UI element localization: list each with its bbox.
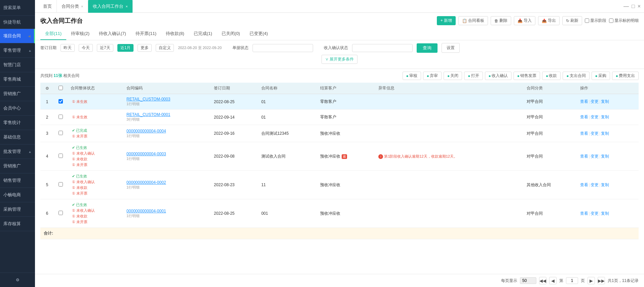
op-btn-查看[interactable]: 查看: [580, 115, 588, 119]
tab-income-contract[interactable]: 收入合同工作台 ×: [88, 0, 132, 13]
sub-tab-all[interactable]: 全部(11): [40, 28, 66, 40]
sidebar-settings[interactable]: ⚙: [0, 273, 35, 287]
op-btn-变更[interactable]: 变更: [591, 131, 599, 136]
op-btn-查看[interactable]: 查看: [580, 131, 588, 136]
cell-checkbox[interactable]: [54, 110, 67, 125]
op-btn-复制[interactable]: 复制: [601, 131, 609, 136]
sub-tab-changed[interactable]: 已变更(4): [245, 28, 273, 40]
maximize-icon[interactable]: □: [632, 3, 635, 9]
import-button[interactable]: 📥 导入: [514, 16, 535, 25]
contract-code-link[interactable]: RETAIL_CUSTOM-0003: [126, 97, 170, 101]
sidebar-item-project-contract[interactable]: 项目合同 ◀: [0, 29, 35, 43]
op-btn-复制[interactable]: 复制: [601, 99, 609, 104]
minimize-icon[interactable]: —: [623, 3, 629, 9]
delete-button[interactable]: 🗑 删除: [491, 16, 511, 25]
export-button[interactable]: 📤 导出: [538, 16, 560, 25]
page-number-input[interactable]: [566, 277, 578, 284]
sub-tab-pending-income-confirm[interactable]: 待收入确认(7): [94, 28, 131, 40]
th-checkbox[interactable]: [54, 83, 67, 94]
income-confirm-btn[interactable]: ● 收入确认: [485, 72, 512, 80]
setting-button[interactable]: 设置: [442, 43, 460, 53]
window-close-icon[interactable]: ×: [638, 3, 641, 9]
cell-checkbox[interactable]: [54, 94, 67, 110]
op-btn-复制[interactable]: 复制: [601, 154, 609, 159]
cell-checkbox[interactable]: [54, 125, 67, 142]
op-btn-复制[interactable]: 复制: [601, 182, 609, 187]
cell-checkbox[interactable]: [54, 171, 67, 199]
op-btn-变更[interactable]: 变更: [591, 154, 599, 159]
date-btn-yesterday[interactable]: 昨天: [61, 44, 75, 52]
sub-tab-pending-review[interactable]: 待审核(2): [66, 28, 94, 40]
contract-code-link[interactable]: 0000000000004-0003: [126, 152, 166, 156]
date-btn-last7[interactable]: 近7天: [97, 44, 113, 52]
query-button[interactable]: 查询: [417, 43, 438, 53]
review-btn[interactable]: ● 审核: [403, 72, 421, 80]
contract-code-link[interactable]: RETAIL_CUSTOM-0001: [126, 112, 170, 117]
tab-home[interactable]: 首页: [38, 0, 57, 13]
purchase-btn[interactable]: ● 采购: [592, 72, 610, 80]
date-btn-more[interactable]: 更多: [138, 44, 152, 52]
contract-code-link[interactable]: 0000000000004-0001: [126, 209, 166, 213]
per-page-select[interactable]: 50 100 200: [520, 277, 536, 284]
op-btn-查看[interactable]: 查看: [580, 182, 588, 187]
sub-tab-pending-collection[interactable]: 待收款(8): [161, 28, 189, 40]
op-btn-变更[interactable]: 变更: [591, 99, 599, 104]
op-btn-复制[interactable]: 复制: [601, 115, 609, 119]
expand-more-button[interactable]: ∨ 展开更多条件: [321, 55, 357, 64]
sidebar-item-sales-mgmt[interactable]: 销售管理: [0, 173, 35, 188]
first-page-button[interactable]: ◀◀: [539, 277, 546, 284]
op-btn-变更[interactable]: 变更: [591, 115, 599, 119]
collection-btn[interactable]: ● 收款: [542, 72, 561, 80]
select-all-checkbox[interactable]: [59, 86, 63, 90]
sidebar-item-marketing[interactable]: 营销推广: [0, 87, 35, 101]
show-fields-checkbox[interactable]: 显示阶段: [585, 18, 606, 24]
sidebar-item-retail-mgmt[interactable]: 零售管理 ▲: [0, 43, 35, 58]
sidebar-item-xiaochangec[interactable]: 小畅电商: [0, 188, 35, 202]
cell-checkbox[interactable]: [54, 142, 67, 171]
sidebar-quick-nav[interactable]: 快捷导航: [0, 16, 35, 29]
sidebar-item-wholesale-mgmt[interactable]: 批发管理 ▲: [0, 145, 35, 159]
date-btn-custom[interactable]: 自定义: [156, 44, 174, 52]
kanban-button[interactable]: 📋 合同看板: [458, 16, 488, 25]
sidebar-item-inventory[interactable]: 库存核算: [0, 217, 35, 231]
sidebar-item-basic-info[interactable]: 基础信息: [0, 130, 35, 145]
op-btn-查看[interactable]: 查看: [580, 211, 588, 216]
contract-code-link[interactable]: 0000000000004-0002: [126, 180, 166, 185]
sidebar-item-retail-mall[interactable]: 零售商城: [0, 72, 35, 87]
sub-tab-pending-invoice[interactable]: 待开票(11): [131, 28, 161, 40]
add-button[interactable]: + 新增: [437, 16, 456, 25]
date-btn-today[interactable]: 今天: [79, 44, 93, 52]
sales-invoice-btn[interactable]: ● 销售发票: [514, 72, 540, 80]
op-btn-查看[interactable]: 查看: [580, 154, 588, 159]
date-btn-last1month[interactable]: 近1月: [117, 44, 134, 52]
op-btn-查看[interactable]: 查看: [580, 99, 588, 104]
sidebar-item-smart-store[interactable]: 智慧门店: [0, 58, 35, 72]
next-page-button[interactable]: ▶: [588, 277, 595, 284]
expense-contract-btn[interactable]: ● 支出合同: [563, 72, 589, 80]
expense-payment-btn[interactable]: ● 费用支出: [612, 72, 639, 80]
show-details-checkbox[interactable]: 显示标的明细: [609, 18, 639, 24]
doc-status-select[interactable]: [253, 44, 313, 52]
prev-page-button[interactable]: ◀: [549, 277, 557, 284]
close-contract-category-icon[interactable]: ×: [81, 4, 83, 8]
op-btn-复制[interactable]: 复制: [601, 211, 609, 216]
th-settings[interactable]: ⚙: [40, 83, 54, 94]
print-btn[interactable]: ● 打开: [464, 72, 483, 80]
close-btn[interactable]: ● 关闭: [444, 72, 462, 80]
sidebar-item-purchase-mgmt[interactable]: 采购管理: [0, 202, 35, 217]
sidebar-search[interactable]: 搜索菜单: [0, 0, 35, 16]
last-page-button[interactable]: ▶▶: [598, 277, 605, 284]
refresh-button[interactable]: ↻ 刷新: [562, 16, 582, 25]
sub-tab-closed[interactable]: 已关闭(0): [217, 28, 245, 40]
income-confirm-select[interactable]: [352, 44, 413, 52]
sub-tab-completed[interactable]: 已完成(1): [189, 28, 217, 40]
tab-contract-category[interactable]: 合同分类 ×: [57, 0, 88, 13]
sidebar-item-retail-stats[interactable]: 零售统计: [0, 116, 35, 130]
contract-code-link[interactable]: 0000000000004-0004: [126, 129, 166, 133]
close-income-contract-icon[interactable]: ×: [125, 4, 127, 8]
cell-checkbox[interactable]: [54, 199, 67, 228]
op-btn-变更[interactable]: 变更: [591, 211, 599, 216]
sidebar-item-marketing2[interactable]: 营销推广: [0, 159, 35, 173]
abandon-btn[interactable]: ● 弃审: [423, 72, 442, 80]
sidebar-item-member-center[interactable]: 会员中心: [0, 101, 35, 116]
